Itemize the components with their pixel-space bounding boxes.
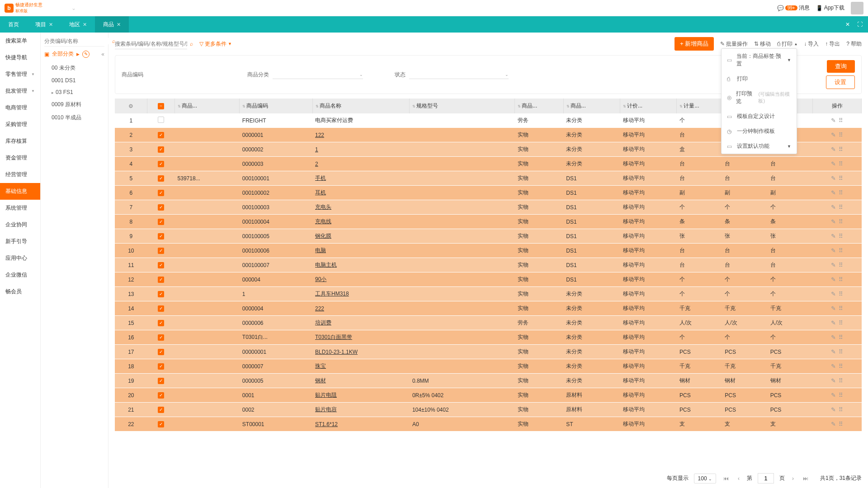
table-row[interactable]: 5 ✓ 539718... 000100001 手机 实物 DS1 移动平均 台… xyxy=(115,171,862,186)
more-icon[interactable]: ⠿ xyxy=(839,348,843,355)
edit-icon[interactable]: ✎ xyxy=(831,348,836,355)
cell-name[interactable]: 贴片电阻 xyxy=(312,388,410,403)
cell-name[interactable]: 充电线 xyxy=(312,215,410,229)
avatar[interactable] xyxy=(851,2,863,14)
category-column[interactable]: ⇅商品... xyxy=(563,99,620,113)
more-icon[interactable]: ⠿ xyxy=(839,377,843,384)
sidebar-item[interactable]: 企业协同 xyxy=(0,216,40,233)
table-row[interactable]: 18 ✓ 0000007 珠宝 实物 未分类 移动平均 千克 千克 千克 ✎⠿ xyxy=(115,359,862,374)
edit-icon[interactable]: ✎ xyxy=(831,363,836,370)
last-page[interactable]: ⏭ xyxy=(801,475,810,482)
cell-name[interactable]: 贴片电容 xyxy=(312,403,410,417)
cell-name[interactable]: ST1.6*12 xyxy=(312,417,410,432)
import-button[interactable]: ↓导入 xyxy=(804,40,819,48)
page-input[interactable] xyxy=(758,473,774,483)
prev-page[interactable]: ‹ xyxy=(736,475,741,482)
table-row[interactable]: 20 ✓ 0001 贴片电阻 0R±5% 0402 实物 原材料 移动平均 PC… xyxy=(115,388,862,403)
cell-name[interactable]: 2 xyxy=(312,157,410,171)
category-item[interactable]: 0010 半成品 xyxy=(44,111,104,124)
messages-link[interactable]: 💬 99+ 消息 xyxy=(777,4,810,12)
setting-button[interactable]: 设置 xyxy=(826,75,855,89)
more-icon[interactable]: ⠿ xyxy=(839,131,843,138)
cell-name[interactable]: 耳机 xyxy=(312,186,410,200)
cell-name[interactable]: BLD10-23-1.1KW xyxy=(312,345,410,359)
sidebar-item[interactable]: 库存核算 xyxy=(0,133,40,150)
batch-button[interactable]: ✎批量操作 xyxy=(720,40,748,48)
row-checkbox[interactable]: ✓ xyxy=(147,316,175,330)
cell-name[interactable]: 钢材 xyxy=(312,374,410,388)
export-button[interactable]: ↑导出 xyxy=(825,40,840,48)
sidebar-item[interactable]: 批发管理▼ xyxy=(0,83,40,99)
category-item[interactable]: 0001 DS1 xyxy=(44,75,104,86)
sidebar-item[interactable]: 系统管理 xyxy=(0,200,40,216)
name-column[interactable]: ⇅商品名称 xyxy=(312,99,410,113)
category-search-input[interactable] xyxy=(44,38,112,44)
category-item[interactable]: ▸03 FS1 xyxy=(44,86,104,98)
table-row[interactable]: 7 ✓ 000100003 充电头 实物 DS1 移动平均 个 个 个 ✎⠿ xyxy=(115,200,862,215)
row-checkbox[interactable]: ✓ xyxy=(147,157,175,171)
row-checkbox[interactable]: ✓ xyxy=(147,142,175,157)
table-row[interactable]: 9 ✓ 000100005 钢化膜 实物 DS1 移动平均 张 张 张 ✎⠿ xyxy=(115,229,862,244)
sidebar-item[interactable]: 应用中心 xyxy=(0,250,40,267)
fullscreen-icon[interactable]: ⛶ xyxy=(855,19,864,29)
close-icon[interactable]: ✕ xyxy=(117,22,121,28)
cell-name[interactable]: 122 xyxy=(312,128,410,142)
cell-name[interactable]: 222 xyxy=(312,301,410,316)
edit-icon[interactable]: ✎ xyxy=(831,406,836,413)
cell-name[interactable]: 工具车HM318 xyxy=(312,287,410,301)
edit-icon[interactable]: ✎ xyxy=(831,276,836,283)
table-row[interactable]: 4 ✓ 0000003 2 实物 未分类 移动平均 台 台 台 ✎⠿ xyxy=(115,157,862,171)
close-all-tabs[interactable]: ✕ xyxy=(844,19,852,29)
sidebar-item[interactable]: 电商管理 xyxy=(0,99,40,116)
sidebar-item[interactable]: 采购管理 xyxy=(0,116,40,133)
sidebar-item[interactable]: 新手引导 xyxy=(0,233,40,250)
edit-icon[interactable]: ✎ xyxy=(831,291,836,297)
table-row[interactable]: 10 ✓ 000100006 电脑 实物 DS1 移动平均 台 台 台 ✎⠿ xyxy=(115,244,862,258)
print-current-template[interactable]: ▭当前：商品标签·预置▼ xyxy=(722,49,797,71)
row-checkbox[interactable]: ✓ xyxy=(147,272,175,287)
row-checkbox[interactable]: ✓ xyxy=(147,301,175,316)
row-checkbox[interactable]: ✓ xyxy=(147,388,175,403)
edit-icon[interactable]: ✎ xyxy=(831,117,836,124)
price-method-column[interactable]: ⇅计价... xyxy=(620,99,677,113)
more-icon[interactable]: ⠿ xyxy=(839,233,843,239)
table-row[interactable]: 17 ✓ 00000001 BLD10-23-1.1KW 实物 未分类 移动平均… xyxy=(115,345,862,359)
set-default[interactable]: ▭设置默认功能▼ xyxy=(722,139,797,154)
row-checkbox[interactable]: ✓ xyxy=(147,186,175,200)
more-icon[interactable]: ⠿ xyxy=(839,204,843,211)
table-row[interactable]: 8 ✓ 000100004 充电线 实物 DS1 移动平均 条 条 条 ✎⠿ xyxy=(115,215,862,229)
cell-name[interactable]: 珠宝 xyxy=(312,359,410,374)
row-checkbox[interactable]: ✓ xyxy=(147,403,175,417)
edit-icon[interactable]: ✎ xyxy=(831,247,836,254)
edit-icon[interactable]: ✎ xyxy=(831,319,836,326)
edit-icon[interactable]: ✎ xyxy=(831,233,836,239)
row-checkbox[interactable]: ✓ xyxy=(147,258,175,272)
cell-name[interactable]: 培训费 xyxy=(312,316,410,330)
table-row[interactable]: 21 ✓ 0002 贴片电容 104±10% 0402 实物 原材料 移动平均 … xyxy=(115,403,862,417)
add-product-button[interactable]: + 新增商品 xyxy=(675,37,714,51)
per-page-select[interactable]: 100 ⌄ xyxy=(694,474,716,483)
sidebar-item[interactable]: 资金管理 xyxy=(0,150,40,166)
row-checkbox[interactable]: ✓ xyxy=(147,171,175,186)
quick-template[interactable]: ◷一分钟制作模板 xyxy=(722,124,797,139)
row-checkbox[interactable]: ✓ xyxy=(147,417,175,432)
edit-icon[interactable]: ✎ xyxy=(831,160,836,167)
select-all-column[interactable]: − xyxy=(147,99,175,113)
category-filter-select[interactable]: ⌄ xyxy=(273,70,363,79)
more-icon[interactable]: ⠿ xyxy=(839,421,843,427)
more-icon[interactable]: ⠿ xyxy=(839,392,843,399)
more-icon[interactable]: ⠿ xyxy=(839,363,843,370)
more-icon[interactable]: ⠿ xyxy=(839,291,843,297)
more-icon[interactable]: ⠿ xyxy=(839,189,843,196)
row-checkbox[interactable]: ✓ xyxy=(147,345,175,359)
table-row[interactable]: 13 ✓ 1 工具车HM318 实物 未分类 移动平均 个 个 个 ✎⠿ xyxy=(115,287,862,301)
table-row[interactable]: 14 ✓ 0000004 222 实物 未分类 移动平均 千克 千克 千克 ✎⠿ xyxy=(115,301,862,316)
sidebar-item[interactable]: 零售管理▼ xyxy=(0,66,40,83)
sidebar-item[interactable]: 畅会员 xyxy=(0,283,40,300)
more-icon[interactable]: ⠿ xyxy=(839,146,843,153)
cell-name[interactable]: 手机 xyxy=(312,171,410,186)
row-checkbox[interactable]: ✓ xyxy=(147,287,175,301)
more-icon[interactable]: ⠿ xyxy=(839,262,843,268)
more-icon[interactable]: ⠿ xyxy=(839,334,843,341)
gear-column[interactable]: ⚙ xyxy=(115,99,147,113)
